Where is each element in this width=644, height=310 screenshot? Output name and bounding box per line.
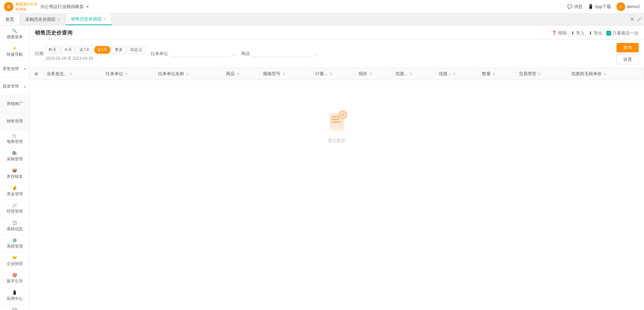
col-product-sort-icon: ⇅ <box>237 72 239 76</box>
tab-sales-history[interactable]: 销售历史价跟踪 × <box>66 13 112 25</box>
col-pretax-price[interactable]: 优惠前无税单价 ⇅ <box>568 68 644 80</box>
sidebar-item-purchase[interactable]: 🛍️ 采购管理 <box>0 148 29 165</box>
sidebar-item-basic-info[interactable]: 📋 基础信息 <box>0 217 29 235</box>
sidebar-item-newbie[interactable]: 🎯 新手引导 <box>0 270 29 287</box>
date-btn-1month[interactable]: 近1月 <box>94 46 111 54</box>
topbar-left: 6 畅捷通好生意 标准版 办公用品行业模拟账套 ▾ <box>4 2 89 11</box>
col-customer-code[interactable]: 往来单位 ⇅ <box>102 68 154 80</box>
sidebar-item-search[interactable]: 🔍 搜索菜单 <box>0 25 29 43</box>
operations-icon: 📈 <box>12 203 17 208</box>
page-title: 销售历史价查询 <box>35 30 72 37</box>
col-unit[interactable]: 计量... ⇅ <box>312 68 355 80</box>
avatar: D <box>616 2 625 11</box>
tab-close-all-btn[interactable]: ✕ <box>630 16 634 22</box>
cooperation-icon: 🤝 <box>12 255 17 260</box>
col-qty[interactable]: 数量 ⇅ <box>479 68 515 80</box>
date-range: 2023-02-18 至 2023-03-18 <box>46 56 145 61</box>
col-discount2[interactable]: 优惠... ⇅ <box>435 68 478 80</box>
app-icon: 📱 <box>588 4 593 9</box>
setting-button[interactable]: 设置 <box>616 54 639 64</box>
col-unit-sort-icon: ⇅ <box>330 72 332 76</box>
topbar-title: 办公用品行业模拟账套 <box>40 4 84 10</box>
topbar-right: 💬 消息 📱 App下载 D demo2 <box>567 2 640 11</box>
empty-state: 暂元数据 <box>30 80 644 170</box>
retail-arrow-icon: ▼ <box>23 67 26 71</box>
col-discount1[interactable]: 优惠... ⇅ <box>392 68 435 80</box>
date-btn-today[interactable]: 今天 <box>61 46 75 54</box>
sidebar-item-cooperation[interactable]: 🤝 企业协同 <box>0 252 29 270</box>
wholesale-arrow-icon: ▲ <box>23 85 26 88</box>
purchase-icon: 🛍️ <box>12 151 17 155</box>
col-customer-name-sort-icon: ⇅ <box>186 72 189 76</box>
col-date-sort-icon: ⇅ <box>69 72 72 76</box>
sidebar-item-sales-mgmt[interactable]: 销售管理 <box>0 113 29 130</box>
svg-point-5 <box>339 111 347 119</box>
only-last-checkbox-label[interactable]: ✓ 只看最后一次 <box>606 30 639 36</box>
filter-bar: 日期 昨天 今天 近7天 近1月 更多 自定义 2023-02-18 至 202… <box>30 40 644 68</box>
sidebar-item-quicknav[interactable]: ⚡ 快捷导航 <box>0 43 29 60</box>
only-last-checkbox[interactable]: ✓ <box>606 31 611 36</box>
customer-dots[interactable]: ... <box>232 51 236 56</box>
inventory-icon: 📦 <box>12 168 17 173</box>
svg-rect-3 <box>331 119 339 120</box>
date-btn-7days[interactable]: 近7天 <box>76 46 93 54</box>
tab-expand-btn[interactable]: ⤢ <box>637 16 641 22</box>
date-btn-yesterday[interactable]: 昨天 <box>46 46 60 54</box>
sidebar-item-system[interactable]: ⚙️ 系统管理 <box>0 235 29 252</box>
col-date[interactable]: 业务发生... ⇅ <box>43 68 102 80</box>
sidebar-item-wholesale[interactable]: 批发管理 ▲ <box>0 78 29 95</box>
col-product[interactable]: 商品 ⇅ <box>223 68 259 80</box>
tabbar-actions: ✕ ⤢ <box>627 13 644 25</box>
user-menu[interactable]: D demo2 <box>616 2 640 11</box>
sidebar-item-enterprise-wechat[interactable]: 💬 企业微信 <box>0 305 29 310</box>
sidebar-item-appstore[interactable]: 📱 应用中心 <box>0 287 29 305</box>
sidebar-item-marketing[interactable]: 营销推广 <box>0 95 29 113</box>
message-btn[interactable]: 💬 消息 <box>567 4 583 10</box>
tab-purchase-close[interactable]: × <box>58 17 60 22</box>
tab-purchase-history[interactable]: 采购历史价跟踪 × <box>20 13 66 25</box>
sidebar-item-ecommerce[interactable]: 🛒 电商管理 <box>0 130 29 148</box>
data-table: ⚙ 业务发生... ⇅ 往来单位 ⇅ 往来单位名称 ⇅ <box>30 68 644 80</box>
date-btn-custom[interactable]: 自定义 <box>127 46 145 54</box>
customer-input[interactable] <box>170 50 230 57</box>
col-trade-type[interactable]: 交易类型 ⇅ <box>515 68 568 80</box>
empty-icon <box>323 107 350 134</box>
content: 销售历史价查询 ❓ 帮助 ⬆ 导入 ⬇ 导出 ✓ 只看最后一次 <box>30 25 644 310</box>
col-discount1-sort-icon: ⇅ <box>410 72 412 76</box>
col-qty-sort-icon: ⇅ <box>493 72 495 76</box>
sidebar-item-finance[interactable]: 💰 资金管理 <box>0 183 29 200</box>
search-icon: 🔍 <box>12 29 17 33</box>
sidebar-item-retail[interactable]: 零售管理 ▼ <box>0 60 29 78</box>
basic-info-icon: 📋 <box>12 220 17 225</box>
product-input[interactable] <box>252 50 312 57</box>
export-btn[interactable]: ⬇ 导出 <box>589 30 602 36</box>
date-btn-more[interactable]: 更多 <box>112 46 126 54</box>
import-btn[interactable]: ⬆ 导入 <box>571 30 585 36</box>
date-filter-group: 日期 昨天 今天 近7天 近1月 更多 自定义 2023-02-18 至 202… <box>35 46 145 61</box>
col-customer-name[interactable]: 往来单位名称 ⇅ <box>154 68 222 80</box>
enterprise-wechat-icon: 💬 <box>12 308 17 310</box>
col-settings[interactable]: ⚙ <box>30 68 43 80</box>
date-label: 日期 <box>35 51 44 57</box>
system-icon: ⚙️ <box>12 238 17 243</box>
logo-area: 6 畅捷通好生意 标准版 <box>4 2 38 11</box>
tabbar: 首页 采购历史价跟踪 × 销售历史价跟踪 × ✕ ⤢ <box>0 13 644 25</box>
col-discount2-sort-icon: ⇅ <box>453 72 455 76</box>
quicknav-icon: ⚡ <box>12 46 17 51</box>
main-layout: 🔍 搜索菜单 ⚡ 快捷导航 零售管理 ▼ 批发管理 ▲ 营销推广 销售管理 🛒 … <box>0 25 644 310</box>
product-dots[interactable]: ... <box>314 51 318 56</box>
query-button[interactable]: 查询 <box>616 43 639 52</box>
import-icon: ⬆ <box>571 31 575 36</box>
app-download-btn[interactable]: 📱 App下载 <box>588 4 611 10</box>
col-spec[interactable]: 规格型号 ⇅ <box>259 68 312 80</box>
tab-sales-close[interactable]: × <box>104 17 106 21</box>
table-wrap: ⚙ 业务发生... ⇅ 往来单位 ⇅ 往来单位名称 ⇅ <box>30 68 644 310</box>
topbar-dropdown-icon[interactable]: ▾ <box>87 4 89 9</box>
col-price[interactable]: 报价 ⇅ <box>355 68 392 80</box>
sidebar-item-operations[interactable]: 📈 经营管理 <box>0 200 29 217</box>
logo-icon: 6 <box>4 2 13 11</box>
sidebar-item-inventory[interactable]: 📦 库存核算 <box>0 165 29 183</box>
help-btn[interactable]: ❓ 帮助 <box>551 30 567 36</box>
customer-label: 往来单位 <box>151 51 168 57</box>
tab-home[interactable]: 首页 <box>0 13 20 25</box>
